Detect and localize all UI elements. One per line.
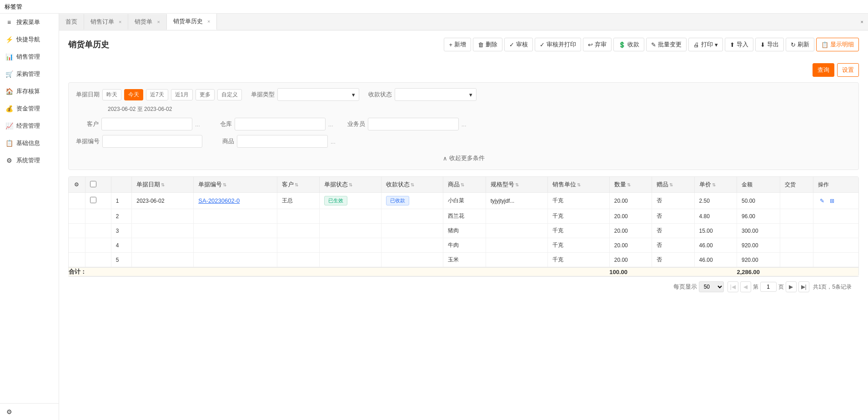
collapse-button[interactable]: ∧ 收起更多条件 — [441, 152, 487, 164]
warehouse-filter: 仓库 ... — [209, 118, 333, 130]
abandon-button[interactable]: ↩ 弃审 — [583, 38, 612, 51]
select-all-checkbox[interactable] — [90, 181, 96, 187]
th-customer[interactable]: 客户⇅ — [277, 177, 319, 193]
date-yesterday[interactable]: 昨天 — [102, 89, 121, 100]
doc-no-input[interactable] — [102, 135, 202, 148]
batch-change-button[interactable]: ✎ 批量变更 — [646, 38, 687, 51]
sidebar-item-ops-mgmt[interactable]: 📈 经营管理 — [0, 117, 59, 135]
warehouse-input[interactable] — [235, 118, 326, 130]
tab-sales-order[interactable]: 销售订单 × — [84, 14, 128, 30]
delete-button[interactable]: 🗑 删除 — [473, 38, 502, 51]
goods-input[interactable] — [237, 135, 328, 148]
doc-no-link[interactable]: SA-20230602-0 — [198, 197, 240, 204]
tab-home[interactable]: 首页 — [59, 14, 84, 30]
salesperson-dots[interactable]: ... — [462, 121, 467, 128]
customer-dots[interactable]: ... — [195, 121, 200, 128]
paystatus-sort-icon: ⇅ — [411, 182, 414, 187]
refresh-button[interactable]: ↻ 刷新 — [786, 38, 814, 51]
date-today[interactable]: 今天 — [124, 89, 143, 100]
date-more[interactable]: 更多 — [196, 89, 215, 100]
table-row: 4 牛肉 千克 20.00 否 46.00 920.00 — [69, 238, 858, 253]
warehouse-dots[interactable]: ... — [328, 121, 333, 128]
tab-sales-history[interactable]: 销货单历史 × — [167, 14, 217, 30]
collect-button[interactable]: 💲 收款 — [613, 38, 644, 51]
tab-sales-order-close[interactable]: × — [119, 19, 121, 25]
detail-button[interactable]: ⊞ — [828, 197, 836, 205]
basic-info-icon: 📋 — [5, 140, 13, 147]
page-size-select[interactable]: 50 100 200 — [699, 281, 724, 292]
tab-close-all[interactable]: × — [856, 19, 868, 25]
salesperson-input[interactable] — [368, 118, 459, 130]
new-button[interactable]: + 新增 — [444, 38, 471, 51]
pay-status-select[interactable]: ▾ — [395, 88, 477, 101]
tab-sales-history-close[interactable]: × — [207, 19, 210, 24]
goods-sort-icon: ⇅ — [461, 182, 464, 187]
td-spec — [486, 238, 547, 253]
th-goods[interactable]: 商品⇅ — [443, 177, 486, 193]
tab-sales-goods[interactable]: 销货单 × — [128, 14, 166, 30]
date-1month[interactable]: 近1月 — [171, 89, 193, 100]
collapse-up-icon: ∧ — [443, 155, 447, 162]
salesperson-label: 业务员 — [342, 120, 365, 128]
td-actions — [813, 238, 858, 253]
show-detail-button[interactable]: 📋 显示明细 — [816, 38, 859, 51]
settings-button[interactable]: 设置 — [837, 63, 859, 77]
page-prev-btn[interactable]: ◀ — [740, 281, 751, 292]
th-gift[interactable]: 赠品⇅ — [652, 177, 694, 193]
th-unit[interactable]: 销售单位⇅ — [547, 177, 609, 193]
doc-type-select[interactable]: ▾ — [277, 88, 359, 101]
th-date[interactable]: 单据日期⇅ — [132, 177, 194, 193]
doc-no-label: 单据编号 — [76, 137, 100, 145]
th-qty[interactable]: 数量⇅ — [609, 177, 652, 193]
sidebar-item-quick-nav[interactable]: ⚡ 快捷导航 — [0, 31, 59, 48]
td-amount: 300.00 — [737, 224, 780, 238]
export-button[interactable]: ⬇ 导出 — [755, 38, 784, 51]
refresh-icon: ↻ — [791, 41, 796, 48]
summary-amount: 2,286.00 — [737, 267, 780, 276]
doc-type-filter: 单据类型 ▾ — [251, 88, 359, 101]
page-input[interactable] — [760, 282, 777, 292]
th-doc-status[interactable]: 单据状态⇅ — [320, 177, 381, 193]
sidebar-bottom-btn1[interactable]: ⚙ — [0, 404, 59, 420]
sidebar-item-inventory[interactable]: 🏠 库存核算 — [0, 83, 59, 100]
edit-button[interactable]: ✎ — [818, 197, 826, 205]
td-unit: 千克 — [547, 193, 609, 209]
td-doc-no — [194, 253, 277, 268]
td-checkbox — [85, 224, 111, 238]
sidebar-item-search-menu[interactable]: ≡ 搜索菜单 — [0, 14, 59, 31]
td-price: 46.00 — [694, 253, 737, 268]
tab-sales-goods-close[interactable]: × — [157, 19, 160, 25]
sidebar-item-finance-mgmt[interactable]: 💰 资金管理 — [0, 100, 59, 117]
import-button[interactable]: ⬆ 导入 — [725, 38, 753, 51]
unit-sort-icon: ⇅ — [577, 182, 581, 187]
goods-dots[interactable]: ... — [331, 138, 336, 145]
table-row: 2 西兰花 千克 20.00 否 4.80 96.00 — [69, 209, 858, 224]
sidebar: ≡ 搜索菜单 ⚡ 快捷导航 📊 销售管理 🛒 采购管理 🏠 库存核算 💰 资金管… — [0, 14, 59, 420]
print-button[interactable]: 🖨 打印 ▾ — [688, 38, 723, 51]
sidebar-item-basic-info[interactable]: 📋 基础信息 — [0, 135, 59, 152]
th-spec[interactable]: 规格型号⇅ — [486, 177, 547, 193]
sidebar-item-sys-mgmt[interactable]: ⚙ 系统管理 — [0, 152, 59, 169]
td-price: 15.00 — [694, 224, 737, 238]
sidebar-item-sales-mgmt[interactable]: 📊 销售管理 — [0, 48, 59, 65]
customer-input[interactable] — [101, 118, 192, 130]
toolbar: + 新增 🗑 删除 ✓ 审核 ✓ 审核并打印 — [444, 38, 859, 51]
pagination: 每页显示 50 100 200 |◀ ◀ 第 页 ▶ ▶| 共1页，5条 — [68, 276, 859, 297]
td-spec — [486, 253, 547, 268]
query-button[interactable]: 查询 — [813, 63, 834, 77]
page-next-btn[interactable]: ▶ — [786, 281, 797, 292]
th-price[interactable]: 单价⇅ — [694, 177, 737, 193]
docno-sort-icon: ⇅ — [223, 182, 226, 187]
row-checkbox[interactable] — [90, 197, 96, 203]
th-doc-no[interactable]: 单据编号⇅ — [194, 177, 277, 193]
review-print-button[interactable]: ✓ 审核并打印 — [535, 38, 581, 51]
page-first-btn[interactable]: |◀ — [728, 281, 738, 292]
page-last-btn[interactable]: ▶| — [798, 281, 809, 292]
review-button[interactable]: ✓ 审核 — [504, 38, 533, 51]
th-pay-status[interactable]: 收款状态⇅ — [381, 177, 443, 193]
td-delivery — [780, 253, 813, 268]
date-7days[interactable]: 近7天 — [146, 89, 168, 100]
sidebar-item-purchase-mgmt[interactable]: 🛒 采购管理 — [0, 65, 59, 83]
date-custom[interactable]: 自定义 — [217, 89, 242, 100]
td-goods: 小白菜 — [443, 193, 486, 209]
